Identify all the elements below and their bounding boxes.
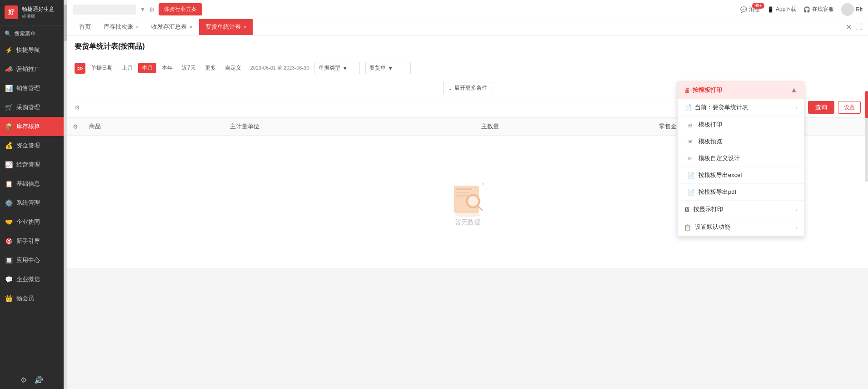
sidebar-nav: ⚡ 快捷导航 📣 营销推广 📊 销售管理 🛒 采购管理 📦 库存核算 💰 资金管…	[0, 40, 64, 371]
sidebar-item-finance[interactable]: 💰 资金管理	[0, 136, 64, 155]
sidebar-item-purchase[interactable]: 🛒 采购管理	[0, 98, 64, 117]
filter-expand-button[interactable]: ≫	[75, 63, 85, 74]
sidebar-item-operation[interactable]: 📈 经营管理	[0, 155, 64, 174]
gear-settings[interactable]: ⚙	[75, 104, 80, 111]
category-arrow-icon: ▼	[388, 65, 393, 71]
industry-solution-button[interactable]: 体验行业方案	[159, 3, 202, 15]
svg-text:✦: ✦	[485, 187, 488, 191]
current-template-item[interactable]: 📄 当前：要货单统计表 ›	[678, 99, 804, 116]
tabs-expand-button[interactable]: ⛶	[855, 23, 863, 31]
template-print-item[interactable]: 🖨 模板打印	[678, 116, 804, 133]
right-scroll-thumb	[865, 91, 868, 118]
topbar-right: 💬 消息 99+ 📱 App下载 🎧 在线客服 Rit	[740, 3, 863, 16]
user-avatar[interactable]: Rit	[841, 3, 863, 16]
tab-close-batch[interactable]: ×	[136, 24, 139, 30]
export-pdf-item[interactable]: 📄 按模板导出pdf	[678, 184, 804, 201]
order-category-select[interactable]: 要货单 ▼	[365, 62, 411, 74]
sidebar-scrollbar[interactable]	[64, 0, 67, 389]
table-gear-header[interactable]: ⚙	[67, 118, 84, 136]
dropdown-close-button[interactable]: ▲	[790, 86, 798, 94]
marketing-icon: 📣	[5, 65, 13, 73]
sidebar-item-shortcut[interactable]: ⚡ 快捷导航	[0, 40, 64, 60]
member-icon: 👑	[5, 294, 13, 303]
page-title: 要货单统计表(按商品)	[75, 42, 861, 51]
search-icon: 🔍	[5, 30, 11, 37]
date-tab-7days[interactable]: 近7天	[178, 63, 200, 73]
sidebar-item-system[interactable]: ⚙️ 系统管理	[0, 193, 64, 212]
avatar-image	[841, 3, 854, 16]
topbar-dropdown-arrow[interactable]: ▼	[140, 6, 145, 13]
date-tab-this-month[interactable]: 本月	[138, 63, 156, 73]
tab-order-stat[interactable]: 要货单统计表 ×	[199, 19, 253, 35]
system-icon: ⚙️	[5, 199, 13, 207]
topbar-gear-icon[interactable]: ⚙	[149, 6, 155, 13]
export-excel-item[interactable]: 📄 按模板导出excel	[678, 167, 804, 184]
svg-text:✦: ✦	[481, 182, 485, 187]
sidebar-item-guide[interactable]: 🎯 新手引导	[0, 232, 64, 251]
default-func-arrow: ›	[796, 224, 798, 231]
display-print-arrow: ›	[796, 206, 798, 213]
tab-batch-account[interactable]: 库存批次账 ×	[97, 19, 145, 35]
basic-icon: 📋	[5, 180, 13, 188]
search-menu[interactable]: 🔍 搜索菜单	[0, 25, 64, 40]
date-tab-this-year[interactable]: 本年	[158, 63, 176, 73]
settings-gear-icon: ⚙	[75, 104, 80, 111]
empty-text: 暂无数据	[455, 218, 480, 227]
filter-bar: ≫ 单据日期 上月 本月 本年 近7天 更多 自定义 2023-06-01 至 …	[67, 57, 868, 79]
sidebar-item-basic[interactable]: 📋 基础信息	[0, 174, 64, 193]
template-print-icon: 🖨	[688, 121, 695, 128]
tab-close-collect[interactable]: ×	[190, 24, 192, 30]
operation-icon: 📈	[5, 161, 13, 169]
display-print-section[interactable]: 🖥 按显示打印 ›	[678, 201, 804, 218]
col-unit: 主计量单位	[224, 118, 476, 136]
app-download-button[interactable]: 📱 App下载	[767, 5, 796, 13]
date-tab-more[interactable]: 更多	[201, 63, 219, 73]
page-content: 要货单统计表(按商品) ≫ 单据日期 上月 本月 本年 近7天 更多 自定义 2…	[67, 35, 868, 389]
logo-icon: 好	[5, 5, 18, 19]
app-download-icon: 📱	[767, 6, 774, 13]
tabs-close-button[interactable]: ✕	[846, 23, 852, 31]
tab-home[interactable]: 首页	[73, 19, 97, 35]
messages-button[interactable]: 💬 消息 99+	[740, 5, 760, 13]
inventory-icon: 📦	[5, 122, 13, 131]
current-template-icon: 📄	[684, 104, 691, 111]
sidebar-item-wechat[interactable]: 💬 企业微信	[0, 270, 64, 289]
default-func-label: 📋 设置默认功能	[684, 223, 730, 231]
export-excel-icon: 📄	[688, 172, 695, 179]
sidebar-item-marketing[interactable]: 📣 营销推广	[0, 60, 64, 79]
expand-icon: ≫	[77, 65, 84, 72]
sidebar-item-inventory[interactable]: 📦 库存核算	[0, 117, 64, 136]
tab-close-order-stat[interactable]: ×	[244, 24, 246, 30]
date-tab-last-month[interactable]: 上月	[118, 63, 136, 73]
select-arrow-icon: ▼	[342, 65, 348, 71]
online-service-button[interactable]: 🎧 在线客服	[803, 5, 834, 13]
empty-illustration: ✦ ✦	[445, 177, 490, 218]
settings-bottom-icon[interactable]: ⚙	[20, 376, 27, 384]
topbar-search-input[interactable]	[73, 5, 136, 15]
finance-icon: 💰	[5, 141, 13, 150]
default-func-section[interactable]: 📋 设置默认功能 ›	[678, 218, 804, 236]
print-dropdown-popup: 🖨 按模板打印 ▲ 📄 当前：要货单统计表 › 🖨 模板打印 👁 模板预览	[677, 81, 804, 237]
template-design-item[interactable]: ✏ 模板自定义设计	[678, 150, 804, 167]
sidebar-item-apps[interactable]: 🔲 应用中心	[0, 251, 64, 270]
sound-icon[interactable]: 🔊	[34, 376, 43, 384]
sidebar-item-member[interactable]: 👑 畅会员	[0, 289, 64, 308]
sidebar-item-collab[interactable]: 🤝 企业协同	[0, 212, 64, 232]
right-scrollbar[interactable]	[865, 91, 868, 182]
sidebar-item-sales[interactable]: 📊 销售管理	[0, 79, 64, 98]
column-settings-button[interactable]: 设置	[838, 101, 861, 114]
svg-rect-3	[456, 192, 469, 193]
wechat-icon: 💬	[5, 275, 13, 283]
messages-icon: 💬	[740, 6, 747, 13]
expand-conditions-button[interactable]: ⌄ 展开更多条件	[443, 82, 492, 94]
template-preview-item[interactable]: 👁 模板预览	[678, 133, 804, 150]
sidebar-logo: 好 畅捷通好生意 标准版	[0, 0, 64, 25]
date-tab-custom[interactable]: 自定义	[221, 63, 245, 73]
print-header-icon: 🖨	[684, 87, 690, 94]
page-header: 要货单统计表(按商品)	[67, 35, 868, 57]
tab-collect-summary[interactable]: 收发存汇总表 ×	[145, 19, 199, 35]
sidebar: 好 畅捷通好生意 标准版 🔍 搜索菜单 ⚡ 快捷导航 📣 营销推广 📊 销售管理…	[0, 0, 64, 389]
query-button[interactable]: 查询	[808, 101, 834, 114]
topbar: ▼ ⚙ 体验行业方案 💬 消息 99+ 📱 App下载 🎧 在线客服 Rit	[67, 0, 868, 19]
type-filter-select[interactable]: 单据类型 ▼	[314, 62, 360, 74]
